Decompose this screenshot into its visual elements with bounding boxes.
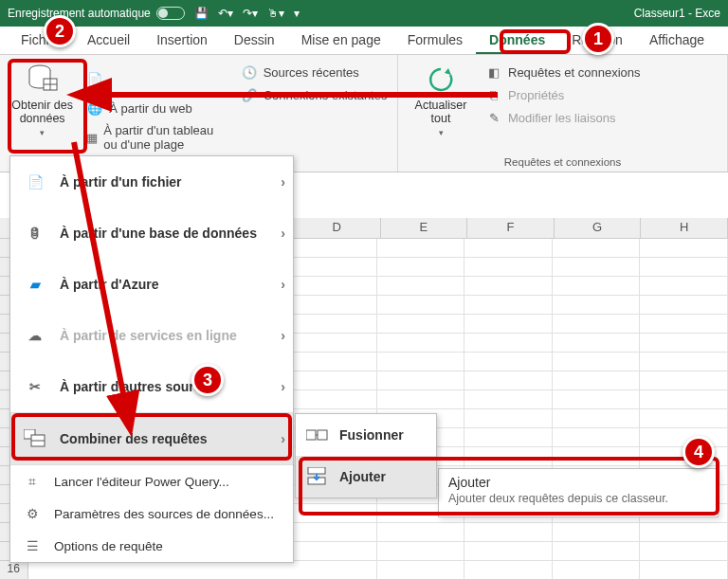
refresh-icon [424,63,458,97]
properties-label: Propriétés [508,88,564,102]
menu-data-source-settings[interactable]: ⚙ Paramètres des sources de données... [10,498,293,530]
ribbon-group-queries: Actualiser tout ▾ ◧ Requêtes et connexio… [398,55,728,172]
chevron-down-icon: ▾ [439,128,444,137]
submenu-append[interactable]: Ajouter [296,456,436,498]
chevron-right-icon: › [281,328,285,343]
autosave-toggle[interactable]: Enregistrement automatique [8,7,185,20]
scissors-icon: ✂ [22,373,48,400]
title-bar: Enregistrement automatique 💾 ↶▾ ↷▾ 🖱▾ ▾ … [0,0,728,27]
touch-icon[interactable]: 🖱▾ [267,7,284,20]
group-label-queries: Requêtes et connexions [404,154,721,172]
database-icon [26,63,60,97]
chevron-right-icon: › [281,226,285,241]
append-tooltip: Ajouter Ajouter deux requêtes depuis ce … [438,468,719,517]
annotation-callout: 4 [682,436,715,468]
svg-rect-8 [318,430,327,440]
from-web-button[interactable]: 🌐 À partir du web [82,99,232,118]
edit-links-label: Modifier les liaisons [508,111,615,125]
pane-icon: ◧ [485,64,502,80]
menu-launch-power-query-editor[interactable]: ⌗ Lancer l'éditeur Power Query... [10,465,293,498]
from-table-button[interactable]: ▦ À partir d'un tableau ou d'une plage [82,121,232,154]
recent-sources-button[interactable]: 🕓 Sources récentes [237,63,391,81]
menu-query-options[interactable]: ☰ Options de requête [10,530,293,562]
menu-from-azure[interactable]: ▰ À partir d'Azure › [10,259,293,310]
merge-icon [305,425,330,445]
autosave-label: Enregistrement automatique [8,7,151,20]
tooltip-title: Ajouter [448,475,708,490]
existing-connections-button[interactable]: 🔗 Connexions existantes [237,85,391,104]
annotation-callout: 2 [44,15,76,47]
from-table-label: À partir d'un tableau ou d'une plage [103,123,228,152]
tooltip-description: Ajouter deux requêtes depuis ce classeur… [448,492,708,505]
database-icon: 🛢 [22,220,48,246]
refresh-all-button[interactable]: Actualiser tout ▾ [404,59,478,154]
workbook-title: Classeur1 - Exce [634,7,720,20]
ribbon-group-get-transform: Obtenir des données ▾ 📄 À partir de fich… [0,55,398,172]
chevron-right-icon: › [281,431,285,446]
get-data-button[interactable]: Obtenir des données ▾ [6,59,79,154]
get-data-menu: 📄 À partir d'un fichier › 🛢 À partir d'u… [9,155,294,563]
menu-from-other-sources[interactable]: ✂ À partir d'autres sources › [10,361,293,412]
col-H[interactable]: H [641,218,728,238]
options-icon: ☰ [22,535,43,556]
svg-rect-10 [308,467,325,474]
combine-submenu: Fusionner Ajouter [295,413,437,498]
properties-icon: ⎘ [485,87,502,102]
menu-from-online-services: ☁ À partir de services en ligne › [10,310,293,361]
quick-access-toolbar: 💾 ↶▾ ↷▾ 🖱▾ ▾ [194,7,300,20]
editor-icon: ⌗ [22,471,43,492]
edit-links-button: ✎ Modifier les liaisons [482,108,662,127]
properties-button: ⎘ Propriétés [482,85,662,104]
from-text-csv-button[interactable]: 📄 À partir de fichier/CSV [82,63,232,95]
recent-sources-label: Sources récentes [264,65,359,80]
menu-from-file[interactable]: 📄 À partir d'un fichier › [10,156,293,208]
undo-icon[interactable]: ↶▾ [218,7,233,20]
chevron-right-icon: › [281,277,285,292]
save-icon[interactable]: 💾 [194,7,209,20]
tab-data[interactable]: Données [476,27,558,54]
existing-connections-label: Connexions existantes [264,88,388,102]
get-data-label: Obtenir des données [8,99,77,126]
combine-icon [22,425,48,452]
menu-from-database[interactable]: 🛢 À partir d'une base de données › [10,208,293,259]
toggle-switch-icon[interactable] [156,7,185,20]
chevron-right-icon: › [281,379,285,394]
col-D[interactable]: D [294,218,381,238]
chevron-down-icon: ▾ [40,128,45,137]
file-icon: 📄 [22,169,48,195]
recent-icon: 🕓 [241,64,258,80]
ribbon-tabs: Fichier Accueil Insertion Dessin Mise en… [0,27,728,55]
tab-layout[interactable]: Mise en page [288,27,394,54]
tab-draw[interactable]: Dessin [221,27,288,54]
from-web-label: À partir du web [109,101,191,116]
tab-formulas[interactable]: Formules [394,27,476,54]
annotation-callout: 1 [582,23,614,55]
col-E[interactable]: E [381,218,468,238]
append-icon [305,466,330,487]
submenu-merge[interactable]: Fusionner [296,414,436,456]
link-icon: 🔗 [241,87,258,102]
redo-icon[interactable]: ↷▾ [243,7,258,20]
qat-more-icon[interactable]: ▾ [294,7,300,20]
menu-combine-queries[interactable]: Combiner des requêtes › [10,413,293,464]
annotation-callout: 3 [191,364,224,396]
svg-rect-7 [306,430,316,440]
tab-home[interactable]: Accueil [74,27,143,54]
file-csv-icon: 📄 [86,71,103,86]
col-F[interactable]: F [467,218,555,238]
table-icon: ▦ [86,130,98,145]
queries-connections-label: Requêtes et connexions [508,65,640,80]
row-16[interactable]: 16 [0,561,28,579]
col-G[interactable]: G [555,218,642,238]
gear-icon: ⚙ [22,503,43,524]
queries-connections-button[interactable]: ◧ Requêtes et connexions [482,63,662,81]
azure-icon: ▰ [22,271,48,298]
tab-insert[interactable]: Insertion [143,27,221,54]
edit-links-icon: ✎ [485,110,502,125]
tab-view[interactable]: Affichage [636,27,718,54]
cloud-icon: ☁ [22,322,48,349]
globe-icon: 🌐 [86,100,103,116]
chevron-right-icon: › [281,174,285,190]
refresh-all-label: Actualiser tout [406,99,476,126]
